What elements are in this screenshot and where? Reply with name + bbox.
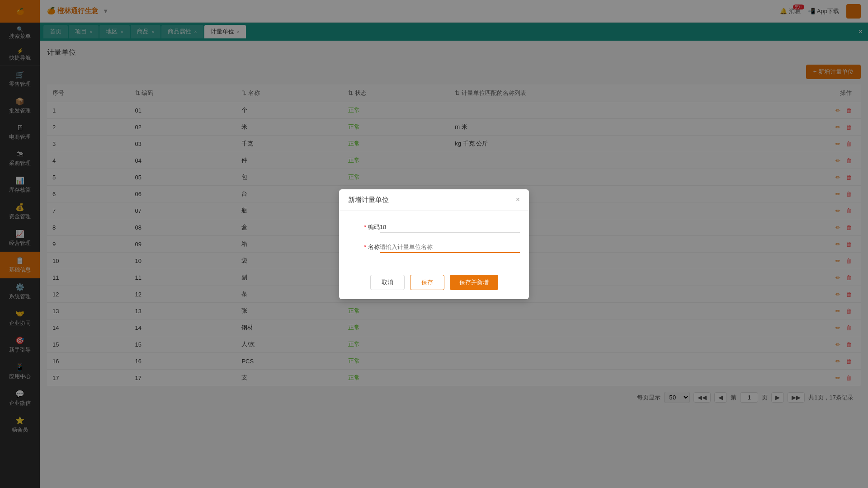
save-and-new-button[interactable]: 保存并新增: [450, 275, 498, 290]
code-input[interactable]: [380, 222, 520, 233]
code-form-row: * 编码: [348, 222, 520, 233]
name-form-row: * 名称: [348, 242, 520, 253]
modal-body: * 编码 * 名称: [339, 211, 529, 269]
code-label: * 编码: [348, 223, 380, 231]
modal-title: 新增计量单位: [348, 196, 389, 204]
name-label: * 名称: [348, 243, 380, 251]
name-input[interactable]: [380, 242, 520, 253]
modal-header: 新增计量单位 ×: [339, 189, 529, 211]
modal-footer: 取消 保存 保存并新增: [339, 269, 529, 299]
save-button[interactable]: 保存: [410, 275, 444, 290]
cancel-button[interactable]: 取消: [370, 275, 405, 290]
modal-close-button[interactable]: ×: [516, 196, 520, 204]
modal-overlay[interactable]: 新增计量单位 × * 编码 * 名称 取消 保存 保存并新增: [0, 0, 868, 488]
add-unit-modal: 新增计量单位 × * 编码 * 名称 取消 保存 保存并新增: [339, 189, 529, 299]
